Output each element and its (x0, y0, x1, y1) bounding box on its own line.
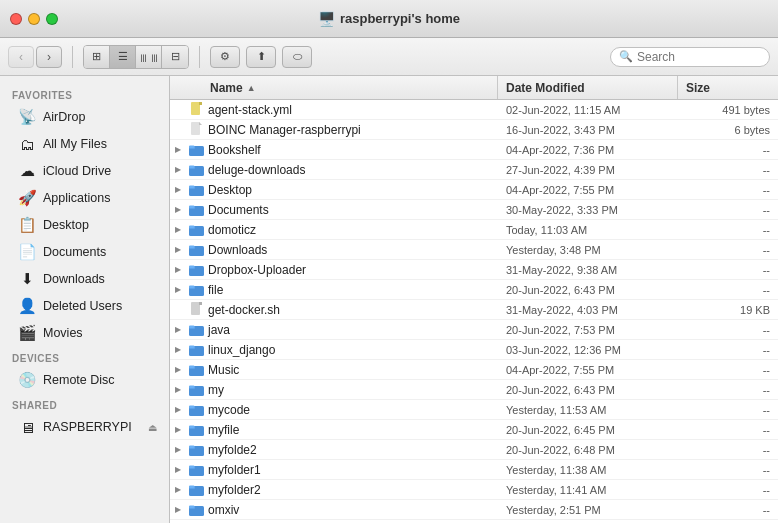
documents-icon: 📄 (18, 243, 36, 261)
table-row[interactable]: ▶ myfile20-Jun-2022, 6:45 PM-- (170, 420, 778, 440)
svg-rect-49 (189, 445, 195, 448)
raspberrypi-icon: 🖥 (18, 418, 36, 436)
view-icons-button[interactable]: ⊞ (84, 46, 110, 68)
airdrop-icon: 📡 (18, 108, 36, 126)
table-row[interactable]: ▶ java20-Jun-2022, 7:53 PM-- (170, 320, 778, 340)
sidebar-item-airdrop[interactable]: 📡AirDrop (4, 104, 165, 130)
header-name-col[interactable]: Name ▲ (206, 76, 498, 99)
expand-button[interactable]: ▶ (170, 380, 186, 399)
table-row[interactable]: ▶ myfolder2Yesterday, 11:41 AM-- (170, 480, 778, 500)
close-button[interactable] (10, 13, 22, 25)
table-row[interactable]: ▶ Desktop04-Apr-2022, 7:55 PM-- (170, 180, 778, 200)
table-row[interactable]: ▶ linux_django03-Jun-2022, 12:36 PM-- (170, 340, 778, 360)
expand-button[interactable]: ▶ (170, 420, 186, 439)
expand-button[interactable]: ▶ (170, 160, 186, 179)
file-name: Dropbox-Uploader (206, 263, 498, 277)
svg-rect-5 (189, 145, 195, 148)
file-icon (186, 120, 206, 139)
sidebar-item-all-my-files[interactable]: 🗂All My Files (4, 131, 165, 157)
view-list-button[interactable]: ☰ (110, 46, 136, 68)
nav-buttons: ‹ › (8, 46, 62, 68)
file-name: java (206, 323, 498, 337)
table-row[interactable]: ▶ DownloadsYesterday, 3:48 PM-- (170, 240, 778, 260)
file-date: 02-Jun-2022, 11:15 AM (498, 104, 678, 116)
content-area: Name ▲ Date Modified Size agent-stack.ym… (170, 76, 778, 523)
file-date: Yesterday, 11:41 AM (498, 484, 678, 496)
expand-button[interactable]: ▶ (170, 360, 186, 379)
sidebar: Favorites📡AirDrop🗂All My Files☁iCloud Dr… (0, 76, 170, 523)
back-button[interactable]: ‹ (8, 46, 34, 68)
expand-button[interactable]: ▶ (170, 260, 186, 279)
table-row[interactable]: agent-stack.yml02-Jun-2022, 11:15 AM491 … (170, 100, 778, 120)
search-box[interactable]: 🔍 (610, 47, 770, 67)
table-row[interactable]: ▶ deluge-downloads27-Jun-2022, 4:39 PM-- (170, 160, 778, 180)
expand-button[interactable]: ▶ (170, 280, 186, 299)
eject-icon[interactable]: ⏏ (148, 422, 157, 433)
view-columns-button[interactable]: ⫼⫼ (136, 46, 162, 68)
view-gallery-button[interactable]: ⊟ (162, 46, 188, 68)
file-date: 04-Apr-2022, 7:55 PM (498, 364, 678, 376)
table-row[interactable]: ▶ Dropbox-Uploader31-May-2022, 9:38 AM-- (170, 260, 778, 280)
table-row[interactable]: ▶ Documents30-May-2022, 3:33 PM-- (170, 200, 778, 220)
expand-button[interactable]: ▶ (170, 220, 186, 239)
expand-button[interactable]: ▶ (170, 500, 186, 519)
expand-button[interactable]: ▶ (170, 480, 186, 499)
table-row[interactable]: ▶ Music04-Apr-2022, 7:55 PM-- (170, 360, 778, 380)
file-name: Desktop (206, 183, 498, 197)
table-row[interactable]: ▶ my20-Jun-2022, 6:43 PM-- (170, 380, 778, 400)
action-gear-button[interactable]: ⚙ (210, 46, 240, 68)
minimize-button[interactable] (28, 13, 40, 25)
table-row[interactable]: ▶ omxivYesterday, 2:51 PM-- (170, 500, 778, 520)
file-date: Yesterday, 2:51 PM (498, 504, 678, 516)
file-size: 491 bytes (678, 104, 778, 116)
expand-button[interactable]: ▶ (170, 340, 186, 359)
sidebar-item-deleted-users[interactable]: 👤Deleted Users (4, 293, 165, 319)
expand-button[interactable]: ▶ (170, 200, 186, 219)
sidebar-item-movies[interactable]: 🎬Movies (4, 320, 165, 346)
table-row[interactable]: ▶ mycodeYesterday, 11:53 AM-- (170, 400, 778, 420)
expand-button[interactable]: ▶ (170, 320, 186, 339)
documents-label: Documents (43, 245, 106, 259)
file-size: -- (678, 244, 778, 256)
file-name: file (206, 283, 498, 297)
icloud-drive-label: iCloud Drive (43, 164, 111, 178)
sidebar-item-raspberrypi[interactable]: 🖥RASPBERRYPI⏏ (4, 414, 165, 440)
sidebar-item-downloads[interactable]: ⬇Downloads (4, 266, 165, 292)
forward-button[interactable]: › (36, 46, 62, 68)
expand-button[interactable]: ▶ (170, 400, 186, 419)
svg-rect-17 (189, 225, 195, 228)
maximize-button[interactable] (46, 13, 58, 25)
table-row[interactable]: ▶ file20-Jun-2022, 6:43 PM-- (170, 280, 778, 300)
sidebar-item-icloud-drive[interactable]: ☁iCloud Drive (4, 158, 165, 184)
svg-rect-11 (189, 185, 195, 188)
sidebar-item-applications[interactable]: 🚀Applications (4, 185, 165, 211)
table-row[interactable]: ▶ myfolde220-Jun-2022, 6:48 PM-- (170, 440, 778, 460)
expand-button[interactable]: ▶ (170, 180, 186, 199)
table-row[interactable]: get-docker.sh31-May-2022, 4:03 PM19 KB (170, 300, 778, 320)
header-name-label: Name (210, 81, 243, 95)
action-tag-button[interactable]: ⬭ (282, 46, 312, 68)
file-date: 30-May-2022, 3:33 PM (498, 204, 678, 216)
expand-button[interactable]: ▶ (170, 140, 186, 159)
sidebar-item-documents[interactable]: 📄Documents (4, 239, 165, 265)
sidebar-item-desktop[interactable]: 📋Desktop (4, 212, 165, 238)
header-size-col[interactable]: Size (678, 76, 778, 99)
header-date-col[interactable]: Date Modified (498, 76, 678, 99)
file-name: myfolder2 (206, 483, 498, 497)
table-row[interactable]: ▶ Bookshelf04-Apr-2022, 7:36 PM-- (170, 140, 778, 160)
svg-rect-14 (189, 205, 195, 208)
expand-button[interactable]: ▶ (170, 460, 186, 479)
table-row[interactable]: ▶ domoticzToday, 11:03 AM-- (170, 220, 778, 240)
main-layout: Favorites📡AirDrop🗂All My Files☁iCloud Dr… (0, 76, 778, 523)
file-table-header: Name ▲ Date Modified Size (170, 76, 778, 100)
titlebar: 🖥️ raspberrypi's home (0, 0, 778, 38)
sidebar-item-remote-disc[interactable]: 💿Remote Disc (4, 367, 165, 393)
table-row[interactable]: BOINC Manager-raspberrypi16-Jun-2022, 3:… (170, 120, 778, 140)
file-icon (186, 360, 206, 379)
expand-button[interactable]: ▶ (170, 440, 186, 459)
search-input[interactable] (637, 50, 761, 64)
expand-button[interactable]: ▶ (170, 240, 186, 259)
file-date: 04-Apr-2022, 7:55 PM (498, 184, 678, 196)
table-row[interactable]: ▶ myfolder1Yesterday, 11:38 AM-- (170, 460, 778, 480)
action-share-button[interactable]: ⬆ (246, 46, 276, 68)
